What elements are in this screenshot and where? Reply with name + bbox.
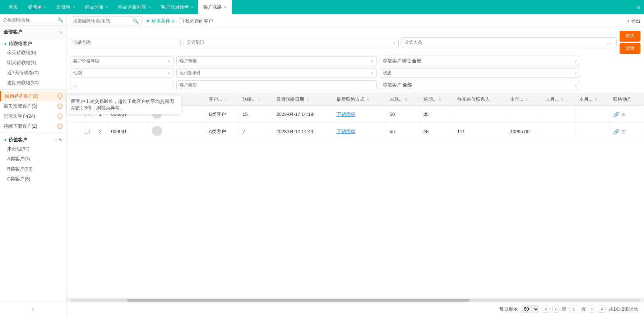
value-customer-refresh-icon[interactable]: ○: [54, 137, 57, 143]
payment-dropdown-icon: ∨: [371, 71, 374, 75]
my-customer-checkbox[interactable]: [179, 19, 184, 23]
col-contact-count[interactable]: 联络... ⇅: [239, 93, 273, 106]
per-page-select[interactable]: 50 100 200: [521, 305, 539, 313]
customer-grade-dropdown-icon: ∨: [371, 59, 374, 63]
row-1-grid-icon[interactable]: ⊞: [621, 112, 626, 117]
col-customer-grade[interactable]: 客户... ⇅: [205, 93, 239, 106]
row-1-overdue: 35: [420, 106, 453, 123]
sidebar-bottom-arrow[interactable]: ‹: [0, 302, 66, 316]
row-1-last-month: [542, 106, 575, 123]
adv-filter-row-1: 电话号码 分管部门 ∨ 分管人员 … 查询 设置: [70, 31, 640, 54]
next-page-button[interactable]: ›: [589, 306, 595, 313]
filter-retail-customer[interactable]: 零散客户 全部 ∨: [380, 80, 580, 90]
sidebar-item-overdue-contact[interactable]: 逾期未联络(30): [0, 78, 66, 88]
window-close-icon[interactable]: ×: [636, 4, 640, 11]
row-2-code: 000031: [107, 123, 148, 140]
value-customer-edit-icon[interactable]: ✎: [59, 137, 62, 143]
filter-gender[interactable]: 性别 ∨: [70, 68, 173, 78]
sidebar-value-customer-header[interactable]: ▼ 价值客户 ○ ✎: [0, 135, 66, 144]
col-this-month[interactable]: 本月... ⇅: [575, 93, 609, 106]
action-buttons: 查询 设置: [620, 31, 640, 54]
row-1-unread: 50: [386, 106, 420, 123]
advanced-filter: 电话号码 分管部门 ∨ 分管人员 … 查询 设置 客户价格等级: [66, 28, 644, 93]
sidebar-item-b-class[interactable]: B类客户(33): [0, 164, 66, 174]
row-2-this-month: [575, 123, 609, 140]
sidebar-item-a-class[interactable]: A类客户(1): [0, 154, 66, 164]
sidebar-item-churn-warning[interactable]: 流失预警客户(3) i: [0, 101, 66, 111]
manager-more-icon[interactable]: …: [605, 39, 613, 46]
row-2-link-icon[interactable]: 🔗: [613, 129, 619, 135]
filter-payment[interactable]: 收付款条件 ∨: [176, 68, 377, 78]
filter-price-grade[interactable]: 客户价格等级 ∨: [70, 56, 173, 66]
sidebar-item-churned[interactable]: 已流失客户(24) i: [0, 111, 66, 121]
total-records-label: 共1页 2条记录: [608, 306, 638, 312]
sidebar-search-icon[interactable]: 🔍: [57, 17, 63, 23]
sidebar-collapse-icon[interactable]: »: [60, 29, 62, 35]
nav-product-analysis-close-icon[interactable]: ×: [106, 5, 108, 9]
prev-page-button[interactable]: ‹: [552, 306, 559, 313]
filter-status[interactable]: 状态 ∨: [380, 68, 580, 78]
sidebar-item-today-contact[interactable]: 今天待联络(0): [0, 48, 66, 58]
row-1-this-year: [506, 106, 542, 123]
last-page-button[interactable]: »: [598, 306, 606, 313]
filter-dept[interactable]: 分管部门 ∨: [184, 38, 399, 47]
horizontal-scrollbar[interactable]: [66, 298, 644, 302]
filter-retail-attr[interactable]: 零散客户属性 全部 ∨: [380, 56, 580, 66]
filter-more-conditions[interactable]: ▼ 更多条件 ∧: [145, 18, 175, 24]
nav-product-analysis-list[interactable]: 商品分析列表 ×: [113, 0, 156, 14]
col-unread[interactable]: 未联... ⇅: [386, 93, 420, 106]
sidebar-item-declining[interactable]: 持续下滑客户(2) i: [0, 121, 66, 131]
filter-customer-grade[interactable]: 客户等级 ∨: [176, 56, 377, 66]
sidebar-search-input[interactable]: [3, 18, 57, 23]
sidebar-group-pending-contact[interactable]: ▼ 待联络客户: [0, 38, 66, 48]
filter-manager[interactable]: 分管人员 …: [402, 37, 617, 47]
filter-customer-type[interactable]: 客户类型: [176, 80, 377, 90]
nav-customer-layered[interactable]: 客户分层经营 ×: [156, 0, 198, 14]
declining-info-icon[interactable]: i: [57, 124, 62, 129]
filter-my-customer[interactable]: 我分管的客户: [179, 18, 213, 24]
filter-phone[interactable]: 电话号码: [70, 38, 181, 47]
page-number[interactable]: 1: [569, 306, 578, 313]
nav-customer-contact-close-icon[interactable]: ×: [224, 5, 226, 9]
row-1-link-icon[interactable]: 🔗: [613, 112, 619, 117]
first-page-button[interactable]: «: [542, 306, 550, 313]
sidebar-item-c-class[interactable]: C类客户(6): [0, 174, 66, 184]
export-button[interactable]: ↑ 导出: [627, 18, 641, 24]
churned-info-icon[interactable]: i: [57, 114, 62, 119]
nav-customer-contact[interactable]: 客户联络 ×: [198, 0, 231, 14]
churn-warning-info-icon[interactable]: i: [57, 104, 62, 109]
col-this-year[interactable]: 本年... ⇅: [506, 93, 542, 106]
row-2-select-checkbox[interactable]: [85, 129, 89, 133]
filter-search-icon[interactable]: 🔍: [133, 18, 139, 24]
query-button[interactable]: 查询: [620, 31, 640, 42]
scrollbar-thumb[interactable]: [127, 299, 469, 302]
nav-product-list-close-icon[interactable]: ×: [148, 5, 150, 9]
nav-sales-close-icon[interactable]: ×: [44, 5, 46, 9]
pagination-bar: 每页显示 50 100 200 « ‹ 第 1 页 › » 共1页 2条记录: [66, 302, 644, 316]
sidebar-item-unclassified[interactable]: 未分组(32): [0, 144, 66, 154]
filter-more-placeholder[interactable]: …: [70, 81, 173, 89]
col-last-contact-method[interactable]: 最后联络方式 ⇅: [333, 93, 386, 106]
nav-home[interactable]: 首页: [4, 0, 23, 14]
sidebar-item-7day-contact[interactable]: 近7天待联络(0): [0, 68, 66, 78]
row-1-last-contact-method[interactable]: 下销货单: [333, 106, 386, 123]
row-2-checkbox[interactable]: [81, 123, 93, 140]
nav-purchase-order[interactable]: 进货单 ×: [51, 0, 80, 14]
settings-button[interactable]: 设置: [620, 43, 640, 54]
sidebar-items-list: ▼ 待联络客户 今天待联络(0) 明天待联络(1) 近7天待联络(0) 逾期未联…: [0, 38, 66, 302]
col-overdue[interactable]: 逾期... ⇅: [420, 93, 453, 106]
row-2-name: [148, 123, 205, 140]
row-2-last-contact-method[interactable]: 下销货单: [333, 123, 386, 140]
filter-search-input[interactable]: [73, 19, 133, 24]
repurchase-anomaly-info-icon[interactable]: i: [57, 94, 62, 99]
col-last-month[interactable]: 上月... ⇅: [542, 93, 575, 106]
nav-purchase-close-icon[interactable]: ×: [73, 5, 75, 9]
row-1-unit-contact: [453, 106, 506, 123]
nav-sales-order[interactable]: 销售单 ×: [23, 0, 51, 14]
col-last-contact-date[interactable]: 最后联络日期 ⇅: [273, 93, 333, 106]
sidebar-item-tomorrow-contact[interactable]: 明天待联络(1): [0, 58, 66, 68]
sidebar-item-repurchase-anomaly[interactable]: 回购异常客户(2) i: [0, 91, 66, 101]
nav-customer-layered-close-icon[interactable]: ×: [191, 5, 193, 9]
row-2-grid-icon[interactable]: ⊞: [621, 129, 626, 135]
nav-product-analysis[interactable]: 商品分析 ×: [80, 0, 113, 14]
